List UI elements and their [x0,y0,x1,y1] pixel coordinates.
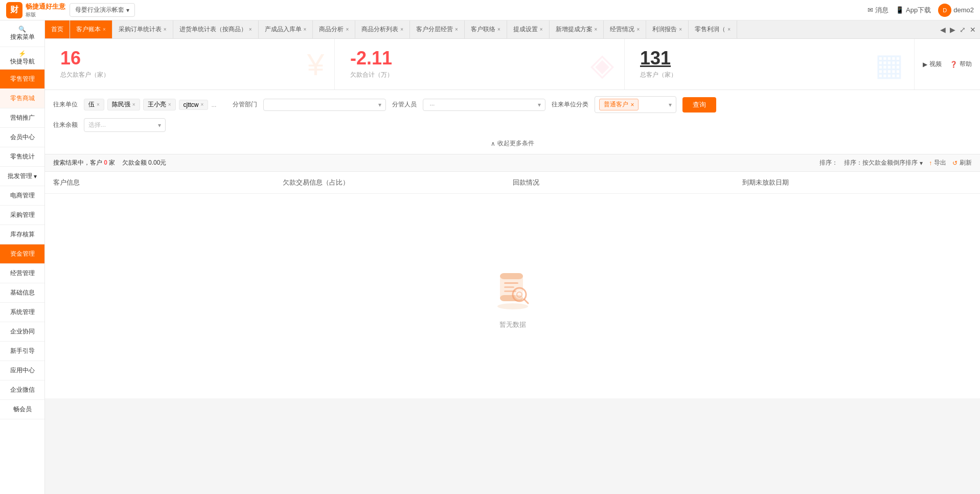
sidebar-search[interactable]: 🔍 搜索菜单 [0,20,44,47]
table-col-due-date: 到期未放款日期 [742,178,972,187]
table-col-customer-info: 客户信息 [53,178,283,187]
close-tab-product-analysis-list[interactable]: × [400,27,403,32]
sidebar-item-retail-mall[interactable]: 零售商城 [0,89,44,108]
refresh-icon: ↺ [952,160,958,167]
filter-row-unit: 往来单位 伍 × 陈民强 × 王小亮 × [53,96,972,113]
close-tab-promotion-settings[interactable]: × [540,27,543,32]
help-button[interactable]: ❓ 帮助 [950,60,972,69]
close-tab-product-cost[interactable]: × [304,27,307,32]
category-filter-label: 往来单位分类 [552,100,588,109]
category-filter-select[interactable]: 普通客户 × ▾ [595,96,676,113]
message-button[interactable]: ✉ 消息 [868,6,888,15]
close-tab-product-analysis[interactable]: × [346,27,349,32]
sidebar: 🔍 搜索菜单 ⚡ 快捷导航 零售管理 零售商城 营销推广 会员中心 零售统计 批… [0,20,45,494]
close-tab-customer-segment[interactable]: × [455,27,458,32]
sidebar-item-app-center[interactable]: 应用中心 [0,361,44,380]
tab-product-analysis[interactable]: 商品分析 × [313,20,355,39]
tab-home[interactable]: 首页 [45,20,70,39]
tab-customer-segment[interactable]: 客户分层经营 × [410,20,465,39]
sidebar-item-retail-mgmt[interactable]: 零售管理 [0,70,44,89]
remove-tag-2[interactable]: × [168,102,171,107]
collapse-filters-button[interactable]: ∧ 收起更多条件 [491,139,534,148]
sidebar-item-purchase-mgmt[interactable]: 采购管理 [0,206,44,225]
close-tab-purchase-order-stats[interactable]: × [164,27,167,32]
result-count: 0 [104,159,107,166]
sidebar-item-marketing[interactable]: 营销推广 [0,108,44,128]
tab-add-promotion[interactable]: 新增提成方案 × [550,20,604,39]
sidebar-item-business-mgmt[interactable]: 经营管理 [0,264,44,283]
tab-close-all-button[interactable]: ✕ [970,26,976,34]
export-button[interactable]: ↑ 导出 [929,159,946,167]
app-download-button[interactable]: 📱 App下载 [896,6,931,15]
sidebar-item-member-center[interactable]: 会员中心 [0,128,44,147]
stat-number-customers: 16 [60,49,319,68]
table-header: 客户信息 欠款交易信息（占比） 回款情况 到期未放款日期 [45,172,980,194]
close-tab-business-status[interactable]: × [636,27,640,32]
collapse-icon: ∧ [491,140,495,147]
balance-filter-select[interactable]: 选择... ▾ [84,118,166,132]
close-tab-purchase-stats-product[interactable]: × [249,27,252,32]
person-filter-select[interactable]: ··· ▾ [423,99,545,111]
sort-select[interactable]: 排序：按欠款金额倒序排序 ▾ [844,159,923,167]
sidebar-quick-nav[interactable]: ⚡ 快捷导航 [0,47,44,70]
remove-tag-1[interactable]: × [132,102,135,107]
video-help-button[interactable]: ▶ 视频 [923,60,942,69]
tab-profit-report[interactable]: 利润报告 × [646,20,689,39]
page-content: ¥ 16 总欠款客户（家） ◈ -2.11 欠款合计（万） ▦ 131 总客户（… [45,39,980,494]
tab-next-button[interactable]: ▶ [950,26,955,34]
tab-expand-button[interactable]: ⤢ [960,26,966,34]
unit-tag-0[interactable]: 伍 × [84,99,104,110]
sidebar-item-finance-mgmt[interactable]: 资金管理 [0,244,44,264]
sidebar-item-enterprise-coop[interactable]: 企业协同 [0,322,44,342]
unit-tag-1[interactable]: 陈民强 × [107,99,140,110]
category-tag-normal[interactable]: 普通客户 × [599,99,639,110]
close-tab-add-promotion[interactable]: × [595,27,598,32]
filter-more-tags[interactable]: ... [211,101,216,108]
close-tab-retail-profit[interactable]: × [727,27,731,32]
user-menu[interactable]: D demo2 [938,4,974,17]
remove-tag-0[interactable]: × [97,102,100,107]
tab-product-cost[interactable]: 产成品入库单 × [259,20,313,39]
stat-label-amount: 欠款合计（万） [350,71,609,79]
table-col-repayment: 回款情况 [513,178,742,187]
sidebar-item-inventory-check[interactable]: 库存核算 [0,225,44,244]
app-name: 畅捷通好生意 [26,2,65,11]
sidebar-item-wholesale-mgmt[interactable]: 批发管理 ▾ [0,167,44,186]
top-bar-left: 财 畅捷通好生意 标版 母婴行业演示帐套 ▾ [6,2,135,18]
tab-prev-button[interactable]: ◀ [940,26,946,34]
refresh-button[interactable]: ↺ 刷新 [952,159,972,167]
empty-state: 暂无数据 [487,232,538,360]
dept-filter-select[interactable]: ▾ [263,99,386,111]
tab-promotion-settings[interactable]: 提成设置 × [507,20,550,39]
tab-purchase-order-stats[interactable]: 采购订单统计表 × [112,20,173,39]
tab-controls: ◀ ▶ ⤢ ✕ [936,26,980,34]
close-tab-customer-balance[interactable]: × [103,27,106,32]
unit-tag-2[interactable]: 王小亮 × [143,99,176,110]
result-info: 搜索结果中，客户 0 家 欠款金额 0.00元 [53,159,166,167]
svg-point-8 [515,290,524,299]
close-tab-customer-contact[interactable]: × [497,27,500,32]
remove-category-tag[interactable]: × [630,101,634,108]
sidebar-item-new-guide[interactable]: 新手引导 [0,342,44,361]
top-bar-right: ✉ 消息 📱 App下载 D demo2 [868,4,974,17]
stat-card-customers: ¥ 16 总欠款客户（家） [45,39,335,89]
query-button[interactable]: 查询 [682,97,716,113]
app-subtitle: 标版 [26,11,65,18]
close-tab-profit-report[interactable]: × [679,27,682,32]
tab-purchase-stats-product[interactable]: 进货单统计表（按商品） × [173,20,259,39]
sidebar-item-basic-info[interactable]: 基础信息 [0,283,44,303]
sidebar-item-enterprise-wechat[interactable]: 企业微信 [0,380,44,400]
sidebar-item-vip-member[interactable]: 畅会员 [0,400,44,419]
sidebar-item-system-mgmt[interactable]: 系统管理 [0,303,44,322]
tab-customer-balance[interactable]: 客户账本 × [70,20,112,39]
tab-customer-contact[interactable]: 客户联络 × [465,20,507,39]
tab-business-status[interactable]: 经营情况 × [604,20,646,39]
unit-tag-3[interactable]: cjttcw × [179,100,209,110]
account-selector[interactable]: 母婴行业演示帐套 ▾ [70,3,135,17]
main-layout: 🔍 搜索菜单 ⚡ 快捷导航 零售管理 零售商城 营销推广 会员中心 零售统计 批… [0,20,980,494]
tab-product-analysis-list[interactable]: 商品分析列表 × [355,20,410,39]
sidebar-item-ecommerce-mgmt[interactable]: 电商管理 [0,186,44,206]
tab-retail-profit[interactable]: 零售利润（ × [689,20,737,39]
sidebar-item-retail-stats[interactable]: 零售统计 [0,147,44,167]
remove-tag-3[interactable]: × [201,102,204,107]
